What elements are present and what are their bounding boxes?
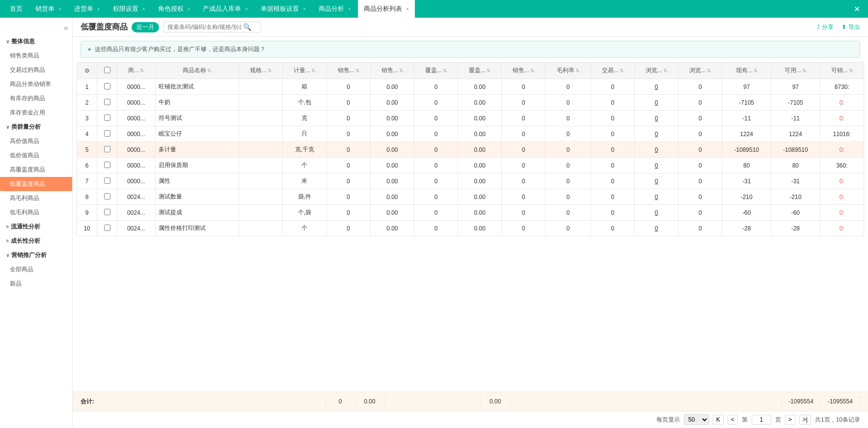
sidebar-item-high-margin[interactable]: 高毛利商品 bbox=[0, 191, 72, 205]
sidebar-item-low-value[interactable]: 低价值商品 bbox=[0, 148, 72, 163]
row-checkbox[interactable] bbox=[97, 126, 117, 142]
col-settings[interactable]: ⚙ bbox=[77, 62, 97, 79]
row-browse1[interactable]: 0 bbox=[634, 221, 678, 236]
nav-tab-purchase[interactable]: 进货单 × bbox=[68, 0, 106, 18]
nav-tab-template[interactable]: 单据模板设置 × bbox=[255, 0, 312, 18]
sidebar-item-with-stock[interactable]: 有库存的商品 bbox=[0, 91, 72, 106]
row-select-checkbox[interactable] bbox=[104, 209, 110, 215]
nav-tab-product-analysis[interactable]: 商品分析 × bbox=[313, 0, 357, 18]
row-select-checkbox[interactable] bbox=[104, 114, 110, 121]
share-button[interactable]: ⤴ 分享 bbox=[817, 23, 834, 31]
prev-page-button[interactable]: < bbox=[728, 415, 738, 425]
row-browse1[interactable]: 0 bbox=[634, 142, 678, 158]
col-gross-margin[interactable]: 毛利率⇅ bbox=[545, 62, 591, 79]
col-trade[interactable]: 交易...⇅ bbox=[591, 62, 634, 79]
first-page-button[interactable]: K bbox=[713, 415, 724, 425]
window-close-button[interactable]: ✕ bbox=[850, 4, 864, 14]
row-saleable: 0: bbox=[820, 111, 864, 126]
nav-tab-product-analysis-close[interactable]: × bbox=[348, 6, 351, 12]
nav-tab-roles[interactable]: 角色授权 × bbox=[152, 0, 196, 18]
sidebar-item-high-coverage[interactable]: 高覆盖度商品 bbox=[0, 163, 72, 177]
row-checkbox[interactable] bbox=[97, 173, 117, 189]
nav-tab-analysis-list-close[interactable]: × bbox=[406, 6, 409, 12]
col-spec[interactable]: 规格...⇅ bbox=[239, 62, 283, 79]
col-saleable[interactable]: 可销...⇅ bbox=[820, 62, 864, 79]
row-select-checkbox[interactable] bbox=[104, 225, 110, 231]
sidebar-collapse-button[interactable]: « bbox=[0, 22, 72, 34]
sidebar-section-growth[interactable]: > 成长性分析 bbox=[0, 234, 72, 248]
row-checkbox[interactable] bbox=[97, 189, 117, 205]
last-page-button[interactable]: >| bbox=[799, 415, 811, 425]
col-cover1[interactable]: 覆盖...⇅ bbox=[414, 62, 458, 79]
nav-tab-permissions[interactable]: 权限设置 × bbox=[107, 0, 151, 18]
col-browse1[interactable]: 浏览...⇅ bbox=[634, 62, 678, 79]
nav-tab-template-close[interactable]: × bbox=[303, 6, 306, 12]
row-checkbox[interactable] bbox=[97, 111, 117, 126]
row-code: 0000... bbox=[117, 111, 155, 126]
sidebar-section-marketing[interactable]: ∨ 营销推广分析 bbox=[0, 248, 72, 262]
sidebar-section-overall[interactable]: ∨ 整体信息 bbox=[0, 34, 72, 49]
sidebar-item-low-margin[interactable]: 低毛利商品 bbox=[0, 205, 72, 220]
col-available[interactable]: 可用...⇅ bbox=[771, 62, 820, 79]
row-checkbox[interactable] bbox=[97, 221, 117, 236]
sidebar-section-cluster[interactable]: ∨ 类群量分析 bbox=[0, 120, 72, 134]
row-browse1[interactable]: 0 bbox=[634, 95, 678, 111]
nav-tab-sales[interactable]: 销货单 × bbox=[29, 0, 67, 18]
sidebar-item-high-value[interactable]: 高价值商品 bbox=[0, 134, 72, 148]
row-checkbox[interactable] bbox=[97, 205, 117, 221]
col-sales-qty[interactable]: 销售...⇅ bbox=[326, 62, 370, 79]
row-browse1[interactable]: 0 bbox=[634, 158, 678, 173]
col-current-stock[interactable]: 现有...⇅ bbox=[722, 62, 771, 79]
col-checkbox[interactable] bbox=[97, 62, 117, 79]
row-browse1[interactable]: 0 bbox=[634, 111, 678, 126]
col-sales2[interactable]: 销售...⇅ bbox=[502, 62, 545, 79]
nav-tab-roles-close[interactable]: × bbox=[188, 6, 190, 12]
sidebar-item-low-coverage[interactable]: 低覆盖度商品 bbox=[0, 177, 72, 191]
col-name[interactable]: 商品名称⇅ bbox=[155, 62, 239, 79]
row-browse1[interactable]: 0 bbox=[634, 205, 678, 221]
row-browse2: 0 bbox=[678, 95, 722, 111]
page-size-select[interactable]: 50 20 100 200 bbox=[684, 414, 709, 425]
row-browse1[interactable]: 0 bbox=[634, 79, 678, 95]
row-browse1[interactable]: 0 bbox=[634, 126, 678, 142]
nav-tab-inventory[interactable]: 产成品入库单 × bbox=[197, 0, 254, 18]
row-checkbox[interactable] bbox=[97, 142, 117, 158]
search-icon[interactable]: 🔍 bbox=[243, 23, 251, 31]
row-browse1[interactable]: 0 bbox=[634, 173, 678, 189]
sidebar-item-traded-goods[interactable]: 交易过的商品 bbox=[0, 63, 72, 77]
date-filter-button[interactable]: 近一月 bbox=[132, 22, 159, 32]
select-all-checkbox[interactable] bbox=[104, 67, 110, 73]
sidebar-item-sales-goods[interactable]: 销售类商品 bbox=[0, 49, 72, 63]
search-input[interactable] bbox=[167, 24, 241, 30]
nav-tab-inventory-close[interactable]: × bbox=[245, 6, 248, 12]
sidebar-section-liquidity[interactable]: > 流通性分析 bbox=[0, 220, 72, 234]
sidebar-item-new-goods[interactable]: 新品 bbox=[0, 277, 72, 291]
row-checkbox[interactable] bbox=[97, 158, 117, 173]
row-select-checkbox[interactable] bbox=[104, 177, 110, 184]
col-browse2[interactable]: 浏览...⇅ bbox=[678, 62, 722, 79]
col-code[interactable]: 商...⇅ bbox=[117, 62, 155, 79]
row-select-checkbox[interactable] bbox=[104, 130, 110, 137]
col-sales-amt[interactable]: 销售...⇅ bbox=[370, 62, 414, 79]
sidebar-item-category-rate[interactable]: 商品分类动销率 bbox=[0, 77, 72, 91]
nav-tab-sales-close[interactable]: × bbox=[58, 6, 61, 12]
row-select-checkbox[interactable] bbox=[104, 83, 110, 89]
col-unit[interactable]: 计量...⇅ bbox=[283, 62, 326, 79]
nav-tab-purchase-close[interactable]: × bbox=[97, 6, 100, 12]
nav-tab-home[interactable]: 首页 bbox=[4, 0, 28, 18]
current-page-input[interactable] bbox=[752, 415, 771, 425]
row-checkbox[interactable] bbox=[97, 79, 117, 95]
row-select-checkbox[interactable] bbox=[104, 146, 110, 152]
export-button[interactable]: ⬆ 导出 bbox=[841, 23, 860, 31]
row-select-checkbox[interactable] bbox=[104, 99, 110, 105]
nav-tab-permissions-close[interactable]: × bbox=[142, 6, 145, 12]
row-checkbox[interactable] bbox=[97, 95, 117, 111]
row-select-checkbox[interactable] bbox=[104, 162, 110, 168]
row-browse1[interactable]: 0 bbox=[634, 189, 678, 205]
next-page-button[interactable]: > bbox=[785, 415, 795, 425]
col-cover2[interactable]: 覆盖...⇅ bbox=[458, 62, 502, 79]
row-select-checkbox[interactable] bbox=[104, 193, 110, 200]
nav-tab-analysis-list[interactable]: 商品分析列表 × bbox=[358, 0, 415, 18]
sidebar-item-all-goods[interactable]: 全部商品 bbox=[0, 262, 72, 277]
sidebar-item-capital-use[interactable]: 库存资金占用 bbox=[0, 106, 72, 120]
